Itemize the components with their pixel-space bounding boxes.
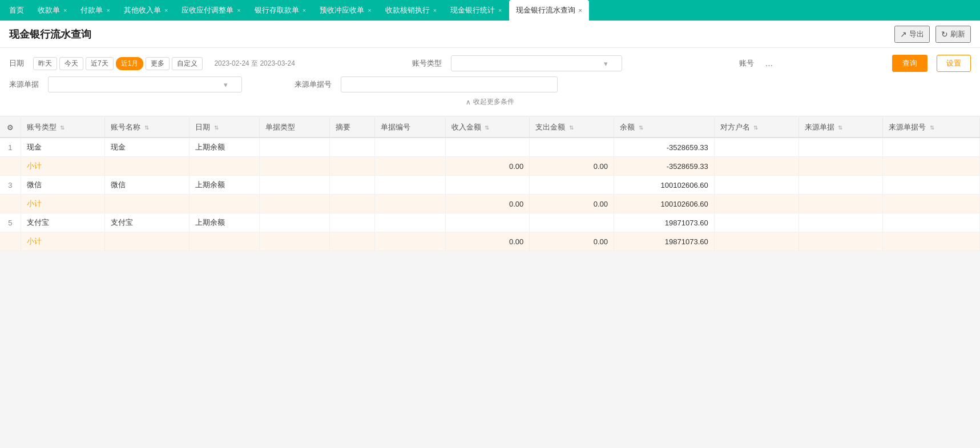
account-type-select[interactable]: ▾ (451, 55, 622, 71)
cell-date: 上期余额 (189, 176, 260, 195)
cell-account-name (105, 232, 189, 251)
query-button[interactable]: 查询 (892, 55, 927, 72)
date-btn-today[interactable]: 今天 (59, 57, 83, 70)
cell-doc-type (260, 195, 330, 213)
close-icon[interactable]: × (106, 7, 110, 14)
nav-collection[interactable]: 收款核销执行 × (378, 0, 443, 21)
sort-icon[interactable]: ⇅ (485, 124, 489, 131)
nav-other-income[interactable]: 其他收入单 × (117, 0, 175, 21)
cell-income: 0.00 (445, 195, 530, 213)
close-icon[interactable]: × (303, 7, 306, 14)
table-row[interactable]: 3微信微信上期余额100102606.60 (0, 176, 980, 195)
table-row[interactable]: 5支付宝支付宝上期余额19871073.60 (0, 213, 980, 232)
sort-icon[interactable]: ⇅ (753, 124, 758, 131)
cell-income (445, 176, 530, 195)
cell-source-doc-no (883, 232, 980, 251)
sort-icon[interactable]: ⇅ (838, 124, 842, 131)
cell-date: 上期余额 (189, 213, 260, 232)
col-source-doc-no: 来源单据号 ⇅ (883, 118, 980, 138)
nav-payment[interactable]: 付款单 × (74, 0, 116, 21)
date-btn-yesterday[interactable]: 昨天 (33, 57, 57, 70)
table-header-row: ⚙ 账号类型 ⇅ 账号名称 ⇅ 日期 ⇅ 单据类型 摘要 单据编号 收入金额 (0, 118, 980, 138)
cell-summary (330, 195, 375, 213)
cell-counterpart (714, 138, 798, 157)
sort-icon[interactable]: ⇅ (144, 124, 149, 131)
table-row[interactable]: 小计0.000.00100102606.60 (0, 195, 980, 213)
cell-account-type: 微信 (21, 176, 105, 195)
table-row[interactable]: 小计0.000.00-3528659.33 (0, 157, 980, 176)
filter-row-2: 来源单据 ▾ 来源单据号 (9, 76, 971, 92)
close-icon[interactable]: × (579, 7, 582, 14)
refresh-icon: ↻ (941, 30, 948, 39)
sort-icon[interactable]: ⇅ (569, 124, 574, 131)
cell-summary (330, 213, 375, 232)
source-doc-no-input[interactable] (341, 76, 558, 92)
table-row[interactable]: 1现金现金上期余额-3528659.33 (0, 138, 980, 157)
nav-cash-flow[interactable]: 现金银行流水查询 × (509, 0, 589, 21)
cell-income (445, 138, 530, 157)
row-checkbox (0, 157, 21, 176)
account-type-label: 账号类型 (412, 58, 442, 68)
data-table: ⚙ 账号类型 ⇅ 账号名称 ⇅ 日期 ⇅ 单据类型 摘要 单据编号 收入金额 (0, 118, 980, 251)
refresh-button[interactable]: ↻ 刷新 (935, 26, 971, 43)
source-doc-select[interactable]: ▾ (48, 76, 242, 92)
date-btn-more[interactable]: 更多 (146, 57, 170, 70)
cell-account-type: 支付宝 (21, 213, 105, 232)
settings-button[interactable]: 设置 (937, 55, 971, 72)
cell-account-type: 小计 (21, 195, 105, 213)
cell-income: 0.00 (445, 157, 530, 176)
cell-balance: 100102606.60 (614, 176, 715, 195)
col-doc-no: 单据编号 (375, 118, 445, 138)
cell-expense: 0.00 (530, 195, 614, 213)
cell-date (189, 157, 260, 176)
sort-icon[interactable]: ⇅ (639, 124, 643, 131)
nav-bank-deposit[interactable]: 银行存取款单 × (248, 0, 313, 21)
filter-area: 日期 昨天 今天 近7天 近1月 更多 自定义 2023-02-24 至 202… (0, 48, 980, 116)
nav-pre-receipt[interactable]: 预收冲应收单 × (313, 0, 378, 21)
cell-expense: 0.00 (530, 232, 614, 251)
sort-icon[interactable]: ⇅ (60, 124, 64, 131)
collapse-icon: ∧ (466, 98, 471, 106)
col-balance: 余额 ⇅ (614, 118, 715, 138)
cell-summary (330, 157, 375, 176)
account-dots-button[interactable]: ... (763, 58, 775, 68)
col-doc-type: 单据类型 (260, 118, 330, 138)
nav-receipt[interactable]: 收款单 × (31, 0, 74, 21)
cell-account-name: 微信 (105, 176, 189, 195)
date-range-display: 2023-02-24 至 2023-03-24 (214, 59, 295, 68)
sort-icon[interactable]: ⇅ (214, 124, 219, 131)
date-btn-1month[interactable]: 近1月 (116, 57, 144, 70)
table-container: ⚙ 账号类型 ⇅ 账号名称 ⇅ 日期 ⇅ 单据类型 摘要 单据编号 收入金额 (0, 118, 980, 251)
close-icon[interactable]: × (237, 7, 240, 14)
col-settings[interactable]: ⚙ (0, 118, 21, 138)
date-label: 日期 (9, 58, 24, 68)
col-summary: 摘要 (330, 118, 375, 138)
cell-doc-no (375, 176, 445, 195)
top-nav: 首页 收款单 × 付款单 × 其他收入单 × 应收应付调整单 × 银行存取款单 … (0, 0, 980, 21)
nav-cash-stats[interactable]: 现金银行统计 × (443, 0, 509, 21)
close-icon[interactable]: × (368, 7, 371, 14)
cell-doc-type (260, 138, 330, 157)
nav-adjustment[interactable]: 应收应付调整单 × (175, 0, 247, 21)
close-icon[interactable]: × (164, 7, 168, 14)
nav-home[interactable]: 首页 (2, 0, 31, 21)
cell-source-doc (798, 195, 883, 213)
cell-account-type: 小计 (21, 157, 105, 176)
cell-balance: -3528659.33 (614, 157, 715, 176)
table-row[interactable]: 小计0.000.0019871073.60 (0, 232, 980, 251)
sort-icon[interactable]: ⇅ (930, 124, 934, 131)
cell-account-name (105, 195, 189, 213)
cell-counterpart (714, 232, 798, 251)
col-account-type: 账号类型 ⇅ (21, 118, 105, 138)
date-btn-7days[interactable]: 近7天 (86, 57, 114, 70)
collapse-button[interactable]: ∧ 收起更多条件 (9, 97, 971, 107)
export-button[interactable]: ↗ 导出 (894, 26, 930, 43)
cell-doc-type (260, 176, 330, 195)
date-btn-custom[interactable]: 自定义 (172, 57, 203, 70)
cell-doc-type (260, 232, 330, 251)
cell-date (189, 195, 260, 213)
close-icon[interactable]: × (63, 7, 67, 14)
close-icon[interactable]: × (498, 7, 502, 14)
close-icon[interactable]: × (433, 7, 437, 14)
cell-summary (330, 232, 375, 251)
